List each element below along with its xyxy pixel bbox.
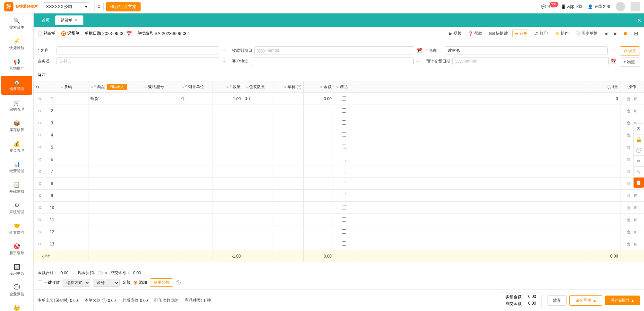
sort-barcode-icon[interactable]: ⇅ (60, 85, 63, 89)
row-settings[interactable]: ⚙ (34, 105, 46, 117)
sidebar-item-wechat[interactable]: 💬 企业微信 (1, 281, 32, 300)
row-unit[interactable] (179, 117, 213, 129)
row-pkg-qty[interactable] (243, 238, 273, 250)
row-price[interactable] (273, 93, 304, 105)
row-barcode[interactable] (58, 153, 88, 165)
row-product[interactable] (88, 153, 142, 165)
row-settings[interactable]: ⚙ (34, 129, 46, 141)
sidebar-item-marketing[interactable]: 📢 营销推广 (1, 55, 32, 74)
warehouse-ellipsis[interactable]: ··· (610, 48, 616, 53)
row-qty[interactable] (213, 202, 243, 214)
row-qty[interactable] (213, 141, 243, 153)
row-settings[interactable]: ⚙ (34, 190, 46, 202)
copy-icon[interactable]: ⊞ (634, 96, 637, 101)
delete-icon[interactable]: 🗑 (627, 193, 631, 198)
help-button[interactable]: ❓ 帮助 (466, 30, 484, 37)
row-qty[interactable] (213, 165, 243, 178)
save-draft-button[interactable]: 保存草稿 ▲ (569, 295, 602, 306)
select-button[interactable]: ☰ 选单 (513, 30, 530, 37)
gift-checkbox[interactable] (342, 96, 346, 101)
row-amount[interactable] (304, 238, 334, 250)
row-spec[interactable] (142, 93, 179, 105)
row-amount[interactable] (304, 141, 334, 153)
row-pkg-qty[interactable] (243, 141, 273, 153)
delete-icon[interactable]: 🗑 (627, 169, 631, 174)
row-barcode[interactable] (58, 141, 88, 153)
row-pkg-qty[interactable] (243, 226, 273, 238)
delete-icon[interactable]: 🗑 (627, 96, 631, 101)
fee-split-info-icon[interactable]: ? (176, 280, 181, 285)
scan-button[interactable]: 扫码录入 (107, 84, 127, 90)
row-unit[interactable] (179, 165, 213, 178)
row-qty[interactable] (213, 129, 243, 141)
row-price[interactable] (273, 129, 304, 141)
row-gift[interactable] (334, 153, 354, 165)
sidebar-item-system[interactable]: ⚙ 系统管理 (1, 199, 32, 218)
gift-checkbox[interactable] (342, 181, 346, 185)
row-gift[interactable] (334, 214, 354, 226)
delete-icon[interactable]: 🗑 (627, 133, 631, 138)
sort-amount-icon[interactable]: ⇅ (320, 85, 323, 89)
row-price[interactable] (273, 165, 304, 178)
float-history-button[interactable]: 🕐 (633, 145, 644, 156)
float-doc-button[interactable]: 📋 (633, 177, 644, 188)
row-barcode[interactable] (58, 129, 88, 141)
row-settings[interactable]: ⚙ (34, 93, 46, 105)
row-qty[interactable] (213, 238, 243, 250)
row-unit[interactable] (179, 202, 213, 214)
abandon-button[interactable]: 放弃 (547, 295, 567, 306)
row-gift[interactable] (334, 226, 354, 238)
sort-gift-icon[interactable]: ⇅ (336, 85, 339, 89)
row-spec[interactable] (142, 141, 179, 153)
row-settings[interactable]: ⚙ (34, 226, 46, 238)
row-price[interactable] (273, 105, 304, 117)
sidebar-item-finance[interactable]: 💰 资金管理 (1, 137, 32, 156)
row-qty[interactable] (213, 105, 243, 117)
sidebar-item-inventory[interactable]: 📦 库存核算 (1, 117, 32, 136)
company-selector[interactable]: XXXXXX公司 ▾ (43, 2, 90, 11)
operation-button[interactable]: ⚡ 操作 (553, 30, 571, 37)
row-pkg-qty[interactable] (243, 165, 273, 178)
row-price[interactable] (273, 238, 304, 250)
due-date-calendar-icon[interactable]: 📅 (416, 48, 422, 53)
sidebar-item-guide[interactable]: 🎯 新手引导 (1, 240, 32, 259)
app-download-button[interactable]: 📱 App下载 (561, 4, 582, 9)
settings-button[interactable]: ⚙ 设置 (620, 46, 640, 55)
row-settings[interactable]: ⚙ (34, 202, 46, 214)
row-pkg-qty[interactable] (243, 105, 273, 117)
row-unit[interactable] (179, 190, 213, 202)
tab-bar-close-all[interactable]: ✕ (637, 17, 641, 24)
row-amount[interactable] (304, 129, 334, 141)
gift-checkbox[interactable] (342, 132, 346, 137)
payment-method-select[interactable]: 结算方式 (63, 279, 90, 287)
gift-checkbox[interactable] (342, 229, 346, 234)
row-barcode[interactable] (58, 190, 88, 202)
fee-split-button[interactable]: 费用分摊 (150, 278, 173, 287)
row-settings[interactable]: ⚙ (34, 141, 46, 153)
row-price[interactable] (273, 178, 304, 190)
row-qty[interactable]: -1.00 (213, 93, 243, 105)
save-new-button[interactable]: 保存&新增 ▲ (605, 296, 640, 305)
row-barcode[interactable] (58, 238, 88, 250)
row-qty[interactable] (213, 226, 243, 238)
logistics-button[interactable]: + 物流 (620, 57, 640, 67)
row-amount[interactable] (304, 190, 334, 202)
sort-pkg-icon[interactable]: ⇅ (245, 85, 248, 89)
gift-checkbox[interactable] (342, 193, 346, 197)
view2-button[interactable]: ⊞ (632, 30, 640, 37)
row-gift[interactable] (334, 178, 354, 190)
row-spec[interactable] (142, 214, 179, 226)
row-barcode[interactable] (58, 202, 88, 214)
row-spec[interactable] (142, 178, 179, 190)
delete-icon[interactable]: 🗑 (627, 205, 631, 210)
calendar-icon[interactable]: 📅 (126, 31, 132, 36)
view1-button[interactable]: ≡ (622, 30, 629, 37)
row-barcode[interactable] (58, 165, 88, 178)
row-gift[interactable] (334, 129, 354, 141)
row-gift[interactable] (334, 190, 354, 202)
gift-checkbox[interactable] (342, 169, 346, 173)
row-unit[interactable] (179, 226, 213, 238)
delete-icon[interactable]: 🗑 (627, 145, 631, 150)
sidebar-item-member[interactable]: 👑 畅会员 (1, 301, 32, 311)
expected-date-calendar-icon[interactable]: 📅 (611, 59, 616, 64)
